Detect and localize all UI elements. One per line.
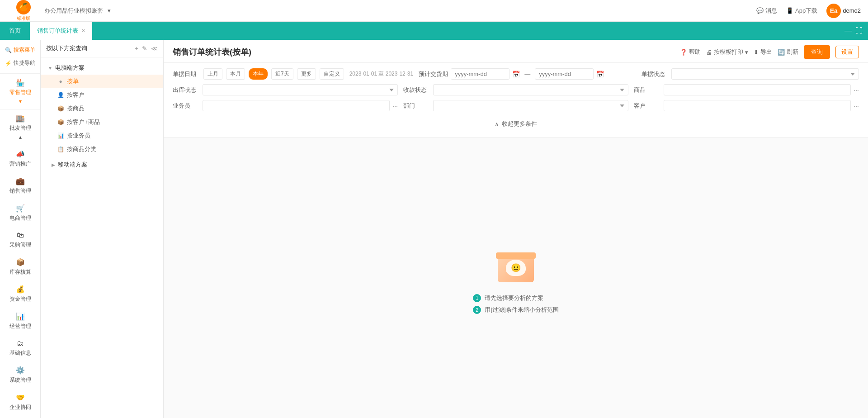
tab-sales-report[interactable]: 销售订单统计表 × xyxy=(30,22,92,40)
add-scheme-btn[interactable]: + xyxy=(135,45,138,52)
payment-status-select[interactable] xyxy=(433,84,628,95)
tip-text-2: 用[过滤]条件来缩小分析范围 xyxy=(485,306,558,314)
sidebar-group-retail: 🏪 零售管理 ▾ xyxy=(0,74,40,109)
tab-close-btn[interactable]: × xyxy=(82,28,85,34)
finance-icon: 💰 xyxy=(16,285,25,294)
edit-scheme-btn[interactable]: ✎ xyxy=(142,45,147,52)
cal-from-icon[interactable]: 📅 xyxy=(512,71,520,78)
empty-tips: 1 请先选择要分析的方案 2 用[过滤]条件来缩小分析范围 xyxy=(473,294,558,314)
date-last-month[interactable]: 上月 xyxy=(203,68,222,80)
sidebar-item-retail[interactable]: 🏪 零售管理 ▾ xyxy=(0,74,40,109)
pc-group-arrow: ▼ xyxy=(48,66,52,71)
tree-item-by-salesperson[interactable]: 📊 按业务员 xyxy=(41,129,163,142)
by-product-category-label: 按商品分类 xyxy=(67,145,96,153)
export-icon: ⬇ xyxy=(754,49,759,56)
avatar: Ea xyxy=(826,4,841,18)
user-area[interactable]: Ea demo2 xyxy=(826,4,861,18)
product-label: 商品 xyxy=(634,86,661,94)
tab-label: 销售订单统计表 xyxy=(37,27,78,35)
product-input[interactable] xyxy=(664,84,851,95)
maximize-btn[interactable]: ⛶ xyxy=(855,27,863,35)
print-dropdown-icon: ▾ xyxy=(745,49,748,56)
tabbar: 首页 销售订单统计表 × — ⛶ xyxy=(0,22,868,40)
tree-item-by-product-category[interactable]: 📋 按商品分类 xyxy=(41,142,163,156)
content-area: 按以下方案查询 + ✎ ≪ ▼ 电脑端方案 ● 按单 👤 xyxy=(41,40,868,418)
sidebar-item-basic[interactable]: 🗂 基础信息 xyxy=(0,335,40,361)
export-btn[interactable]: ⬇ 导出 xyxy=(754,48,772,56)
sidebar-search[interactable]: 🔍 搜索菜单 xyxy=(0,43,40,57)
query-btn[interactable]: 查询 xyxy=(804,45,830,59)
date-more[interactable]: 更多 xyxy=(297,68,316,80)
minimize-btn[interactable]: — xyxy=(844,27,852,35)
customer-input[interactable] xyxy=(664,100,851,111)
by-product-label: 按商品 xyxy=(67,104,85,113)
marketing-icon: 📣 xyxy=(16,150,25,158)
sidebar-item-sales[interactable]: 💼 销售管理 xyxy=(0,172,40,200)
sidebar-item-ecommerce[interactable]: 🛒 电商管理 xyxy=(0,200,40,227)
sidebar-item-system[interactable]: ⚙️ 系统管理 xyxy=(0,361,40,389)
sidebar-item-purchase-label: 采购管理 xyxy=(9,241,31,249)
sidebar-item-finance[interactable]: 💰 资金管理 xyxy=(0,280,40,308)
logo-area: 🍊 标准版 xyxy=(7,0,40,22)
sidebar-item-operations[interactable]: 📊 经营管理 xyxy=(0,308,40,335)
sidebar-item-marketing[interactable]: 📣 营销推广 xyxy=(0,145,40,172)
collapse-panel-btn[interactable]: ≪ xyxy=(151,45,158,52)
tree-item-by-customer-product[interactable]: 📦 按客户+商品 xyxy=(41,115,163,129)
refresh-label: 刷新 xyxy=(787,48,798,56)
enterprise-icon: 🤝 xyxy=(16,393,25,402)
doc-status-label: 单据状态 xyxy=(642,70,669,78)
sidebar-shortcut[interactable]: ⚡ 快捷导航 xyxy=(0,57,40,70)
export-label: 导出 xyxy=(760,48,772,56)
empty-tip-2: 2 用[过滤]条件来缩小分析范围 xyxy=(473,306,558,314)
collapse-btn[interactable]: ∧ 收起更多条件 xyxy=(173,116,859,132)
message-btn[interactable]: 💬 消息 xyxy=(756,7,777,15)
date-dash: — xyxy=(523,71,532,77)
tab-home[interactable]: 首页 xyxy=(0,22,30,40)
sidebar-item-enterprise[interactable]: 🤝 企业协同 xyxy=(0,389,40,416)
help-icon: ❓ xyxy=(680,49,687,56)
department-select[interactable] xyxy=(433,100,628,111)
filter-area: 单据日期 上月 本月 本年 近7天 更多 自定义 2023-01-01 至 20… xyxy=(164,63,868,138)
cal-to-icon[interactable]: 📅 xyxy=(596,71,604,78)
delivery-status-select[interactable] xyxy=(203,84,398,95)
help-btn[interactable]: ❓ 帮助 xyxy=(680,48,701,56)
setting-btn[interactable]: 设置 xyxy=(835,46,859,58)
product-more-icon[interactable]: ··· xyxy=(854,86,859,94)
payment-status-filter: 收款状态 xyxy=(403,84,628,95)
refresh-btn[interactable]: 🔄 刷新 xyxy=(778,48,798,56)
tree-item-by-order[interactable]: ● 按单 xyxy=(41,75,163,88)
expected-delivery-from[interactable] xyxy=(451,68,509,80)
operations-icon: 📊 xyxy=(16,312,25,321)
sidebar-item-system-label: 系统管理 xyxy=(9,376,31,384)
customer-more-icon[interactable]: ··· xyxy=(854,102,859,109)
date-custom[interactable]: 自定义 xyxy=(320,68,344,80)
doc-status-filter: 单据状态 xyxy=(642,68,859,80)
sidebar-item-wholesale-label: 批发管理 xyxy=(9,124,31,132)
download-btn[interactable]: 📱 App下载 xyxy=(786,7,817,15)
by-order-icon: ● xyxy=(57,78,64,85)
doc-status-select[interactable] xyxy=(671,68,859,80)
sidebar-item-wholesale[interactable]: 🏬 批发管理 ▴ xyxy=(0,109,40,145)
salesperson-filter: 业务员 ··· xyxy=(173,100,398,111)
inventory-icon: 📦 xyxy=(16,258,25,266)
logo-icon: 🍊 xyxy=(16,0,31,14)
date-last-7[interactable]: 近7天 xyxy=(271,68,293,80)
filter-row-3: 业务员 ··· 部门 客户 ··· xyxy=(173,100,859,111)
sidebar-item-purchase[interactable]: 🛍 采购管理 xyxy=(0,227,40,253)
by-customer-label: 按客户 xyxy=(67,91,85,99)
tree-item-by-product[interactable]: 📦 按商品 xyxy=(41,102,163,115)
date-this-month[interactable]: 本月 xyxy=(226,68,245,80)
salesperson-more-icon[interactable]: ··· xyxy=(392,102,398,109)
date-range-text: 2023-01-01 至 2023-12-31 xyxy=(349,70,413,78)
expected-delivery-to[interactable] xyxy=(535,68,594,80)
template-print-btn[interactable]: 🖨 按模板打印 ▾ xyxy=(706,48,748,56)
sidebar-item-inventory[interactable]: 📦 库存核算 xyxy=(0,253,40,280)
date-this-year[interactable]: 本年 xyxy=(249,68,268,80)
tree-group-pc-title[interactable]: ▼ 电脑端方案 xyxy=(41,61,163,75)
app-dropdown[interactable]: ▾ xyxy=(108,7,111,14)
tree-item-by-customer[interactable]: 👤 按客户 xyxy=(41,88,163,102)
filter-row-2: 出库状态 收款状态 商品 ··· xyxy=(173,84,859,95)
sidebar-item-guide[interactable]: 🌱 新手引导 xyxy=(0,416,40,418)
tree-group-mobile-title[interactable]: ▶ 移动端方案 xyxy=(41,158,163,171)
salesperson-input[interactable] xyxy=(203,100,390,111)
